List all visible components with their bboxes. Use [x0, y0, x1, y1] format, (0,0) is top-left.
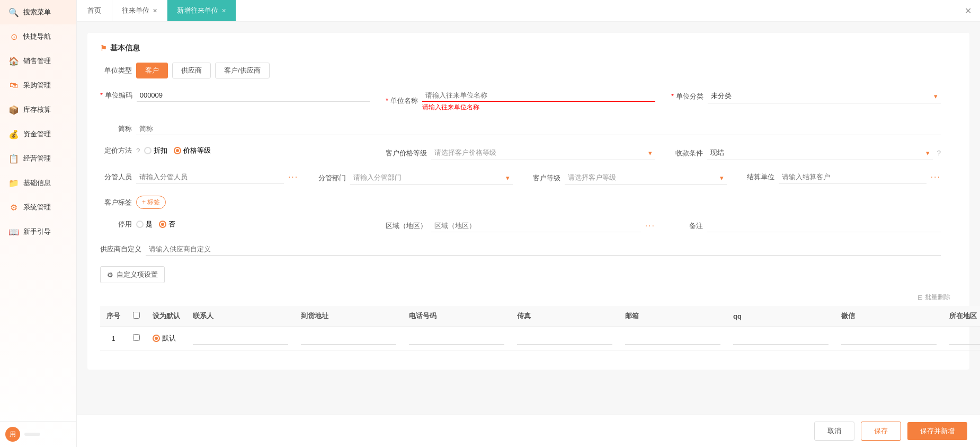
finance-icon: 💰 — [8, 129, 19, 139]
tab-partners[interactable]: 往来单位 ✕ — [112, 0, 167, 21]
type-btn-both[interactable]: 客户/供应商 — [215, 63, 270, 78]
basic-info-icon: 📁 — [8, 178, 19, 188]
sidebar-item-basic-info[interactable]: 📁 基础信息 — [0, 171, 76, 195]
td-check — [127, 327, 146, 350]
supplier-custom-input[interactable] — [146, 243, 941, 256]
name-input-wrap: 请输入往来单位名称 — [422, 89, 655, 112]
sidebar-collapse-bar — [24, 433, 40, 436]
customer-price-select[interactable]: 请选择客户价格等级 ▾ — [431, 146, 655, 160]
td-contact[interactable] — [186, 327, 295, 350]
cancel-button[interactable]: 取消 — [814, 422, 854, 441]
type-btn-supplier[interactable]: 供应商 — [172, 63, 211, 78]
disabled-label: 停用 — [100, 220, 132, 229]
settlement-input[interactable] — [779, 171, 926, 183]
custom-settings-button[interactable]: ⚙ 自定义项设置 — [100, 266, 165, 283]
row-checkbox[interactable] — [133, 334, 140, 341]
tab-new-partner-close[interactable]: ✕ — [221, 7, 226, 14]
select-all-checkbox[interactable] — [133, 312, 140, 319]
td-qq[interactable] — [727, 327, 835, 350]
tag-group: 客户标签 + 标签 — [100, 196, 941, 209]
name-group: 单位名称 请输入往来单位名称 — [386, 89, 655, 112]
abbr-input[interactable] — [136, 122, 941, 135]
qq-input[interactable] — [733, 332, 828, 345]
default-radio[interactable]: 默认 — [153, 334, 180, 343]
settlement-label: 结算单位 — [743, 172, 774, 182]
disabled-yes-circle — [136, 221, 144, 228]
purchase-icon: 🛍 — [8, 80, 19, 91]
region-input[interactable] — [431, 220, 641, 232]
supplier-custom-group: 供应商自定义 — [100, 243, 941, 256]
disabled-group: 停用 是 否 — [100, 220, 370, 229]
disabled-no-radio[interactable]: 否 — [159, 220, 175, 229]
manager-more-btn[interactable]: ··· — [288, 172, 298, 182]
tab-home[interactable]: 首页 — [77, 0, 112, 21]
pricing-level-radio[interactable]: 价格等级 — [174, 146, 211, 155]
abbr-label: 简称 — [100, 124, 132, 134]
row-region-input[interactable] — [949, 332, 980, 345]
td-fax[interactable] — [511, 327, 619, 350]
sidebar-item-sales[interactable]: 🏠 销售管理 — [0, 49, 76, 73]
region-more-btn[interactable]: ··· — [645, 221, 655, 231]
pricing-help-icon[interactable]: ? — [136, 147, 140, 155]
batch-delete-button[interactable]: ⊟ 批量删除 — [917, 293, 950, 302]
settlement-group: 结算单位 ··· — [743, 171, 941, 183]
disabled-yes-radio[interactable]: 是 — [136, 220, 153, 229]
phone-input[interactable] — [409, 332, 504, 345]
search-icon: 🔍 — [8, 7, 19, 17]
wechat-input[interactable] — [841, 332, 937, 345]
sidebar-item-purchase[interactable]: 🛍 采购管理 — [0, 73, 76, 98]
th-wechat: 微信 — [835, 306, 943, 327]
sidebar-item-search[interactable]: 🔍 搜索菜单 — [0, 0, 76, 24]
sidebar-item-quick-nav[interactable]: ⊙ 快捷导航 — [0, 24, 76, 49]
close-all-tabs[interactable]: ✕ — [956, 6, 980, 16]
dept-select[interactable]: 请输入分管部门 ▾ — [350, 171, 512, 185]
type-btn-customer[interactable]: 客户 — [136, 63, 168, 78]
category-select[interactable]: 未分类 ▾ — [708, 89, 941, 103]
disabled-no-circle — [159, 221, 166, 228]
customer-price-label: 客户价格等级 — [386, 148, 427, 158]
payment-select[interactable]: 现结 ▾ — [707, 146, 933, 160]
td-email[interactable] — [619, 327, 727, 350]
tag-row: 客户标签 + 标签 — [100, 196, 957, 209]
manager-label: 分管人员 — [100, 172, 132, 182]
contact-input[interactable] — [193, 332, 288, 345]
pricing-group: 定价方法 ? 折扣 价格等级 — [100, 146, 370, 155]
payment-help-icon[interactable]: ? — [937, 149, 941, 157]
pricing-row: 定价方法 ? 折扣 价格等级 客户价格等级 — [100, 146, 957, 160]
fax-input[interactable] — [517, 332, 612, 345]
code-group: 单位编码 — [100, 89, 370, 102]
unit-type-row: 单位类型 客户 供应商 客户/供应商 — [100, 63, 957, 78]
address-input[interactable] — [301, 332, 396, 345]
sidebar-item-finance[interactable]: 💰 资金管理 — [0, 122, 76, 146]
email-input[interactable] — [625, 332, 720, 345]
remark-input[interactable] — [707, 220, 941, 232]
sidebar-item-system[interactable]: ⚙ 系统管理 — [0, 195, 76, 220]
tag-label: 客户标签 — [100, 198, 132, 207]
th-fax: 传真 — [511, 306, 619, 327]
td-phone[interactable] — [403, 327, 511, 350]
tab-partners-close[interactable]: ✕ — [153, 7, 157, 14]
save-add-button[interactable]: 保存并新增 — [907, 422, 967, 440]
td-address[interactable] — [295, 327, 403, 350]
name-input[interactable] — [422, 89, 655, 102]
customer-price-chevron: ▾ — [648, 149, 652, 157]
pricing-radio-group: 折扣 价格等级 — [144, 146, 211, 155]
sidebar-item-inventory[interactable]: 📦 库存核算 — [0, 98, 76, 122]
add-tag-button[interactable]: + 标签 — [136, 196, 166, 209]
pricing-level-circle — [174, 147, 181, 154]
td-default: 默认 — [146, 327, 186, 350]
sidebar-item-operations[interactable]: 📋 经营管理 — [0, 146, 76, 171]
customer-level-select[interactable]: 请选择客户等级 ▾ — [565, 171, 727, 185]
manager-input[interactable] — [136, 171, 284, 183]
settlement-more-btn[interactable]: ··· — [931, 172, 941, 182]
sidebar-item-guide[interactable]: 📖 新手引导 — [0, 220, 76, 244]
pricing-discount-circle — [144, 147, 152, 154]
pricing-discount-radio[interactable]: 折扣 — [144, 146, 167, 155]
td-wechat[interactable] — [835, 327, 943, 350]
td-region[interactable] — [943, 327, 980, 350]
supplier-custom-row: 供应商自定义 — [100, 243, 957, 256]
operations-icon: 📋 — [8, 153, 19, 164]
code-input[interactable] — [137, 89, 370, 102]
tab-new-partner[interactable]: 新增往来单位 ✕ — [167, 0, 236, 21]
save-button[interactable]: 保存 — [861, 422, 901, 441]
